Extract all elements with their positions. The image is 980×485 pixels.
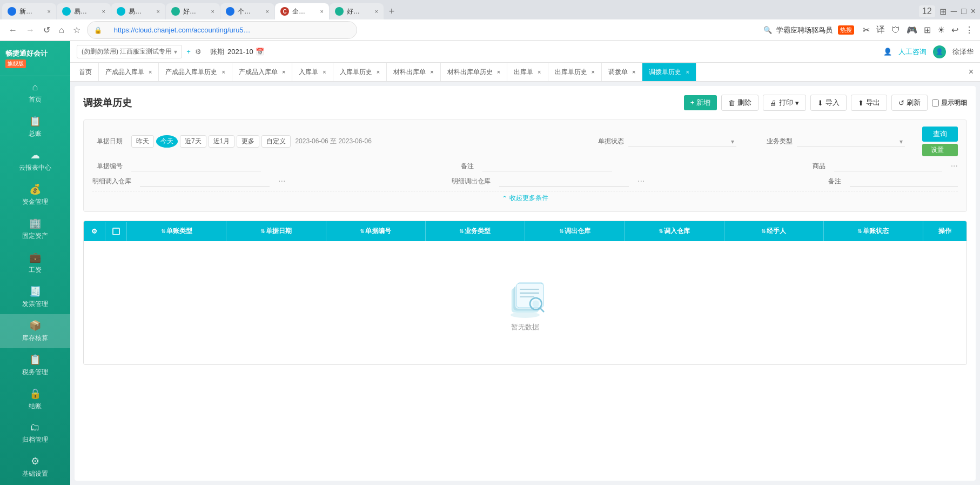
company-selector[interactable]: (勿删勿禁用) 江西服宝测试专用 ▾ [77, 45, 182, 58]
remark2-input[interactable] [850, 176, 958, 187]
tab-outbound[interactable]: 出库单 × [507, 63, 548, 81]
tab-close-product-inbound[interactable]: × [149, 69, 152, 75]
tab-inbound[interactable]: 入库单 × [292, 63, 333, 81]
tab-close-2[interactable]: × [102, 8, 105, 15]
yesterday-btn[interactable]: 昨天 [131, 135, 154, 148]
tab-close-product-inbound-hist[interactable]: × [221, 69, 225, 75]
sidebar-item-ledger[interactable]: 📋 总账 [0, 110, 70, 144]
th-doc-num[interactable]: ⇅ 单据编号 [326, 221, 426, 241]
shield-icon[interactable]: 🛡 [891, 25, 900, 35]
sidebar-item-invoice[interactable]: 🧾 发票管理 [0, 280, 70, 314]
tab-action-icon[interactable]: ⊞ [939, 6, 947, 17]
export-button[interactable]: ⬆ 导出 [851, 95, 887, 111]
custom-btn[interactable]: 自定义 [261, 135, 291, 148]
close-window-icon[interactable]: × [971, 6, 976, 16]
user-service[interactable]: 人工咨询 [898, 47, 927, 57]
detail-out-input[interactable] [499, 176, 629, 187]
browser-tab-3[interactable]: 易… × [111, 3, 165, 19]
goods-input[interactable] [834, 161, 942, 171]
browser-tab-5[interactable]: 个… × [220, 3, 274, 19]
tab-close-inbound[interactable]: × [323, 69, 326, 75]
sidebar-item-home[interactable]: ⌂ 首页 [0, 76, 70, 110]
browser-tab-7[interactable]: 好… × [330, 3, 384, 19]
sidebar-item-reports[interactable]: ☁ 云报表中心 [0, 144, 70, 178]
th-doc-type[interactable]: ⇅ 单账类型 [127, 221, 226, 241]
th-doc-date[interactable]: ⇅ 单据日期 [226, 221, 326, 241]
tab-inbound-hist[interactable]: 入库单历史 × [333, 63, 387, 81]
sidebar-item-settings[interactable]: ⚙ 基础设置 [0, 450, 70, 484]
tab-close-material-outbound-hist[interactable]: × [497, 69, 500, 75]
delete-button[interactable]: 🗑 删除 [721, 95, 759, 111]
sidebar-item-capital[interactable]: 💰 资金管理 [0, 178, 70, 212]
th-check[interactable] [105, 222, 127, 241]
th-doc-status[interactable]: ⇅ 单账状态 [824, 221, 923, 241]
reload-button[interactable]: ↺ [41, 23, 52, 37]
biz-type-select[interactable] [797, 136, 905, 147]
grid-icon[interactable]: ⊞ [924, 25, 931, 35]
page-close-button[interactable]: × [962, 63, 980, 81]
calendar-icon[interactable]: 📅 [256, 48, 264, 56]
back-button[interactable]: ← [6, 23, 19, 37]
sidebar-item-assets[interactable]: 🏢 固定资产 [0, 212, 70, 246]
tab-close-7[interactable]: × [375, 8, 378, 15]
th-out-warehouse[interactable]: ⇅ 调出仓库 [525, 221, 625, 241]
select-all-checkbox[interactable] [112, 228, 120, 235]
sidebar-item-tax[interactable]: 📋 税务管理 [0, 348, 70, 382]
last-month-btn[interactable]: 近1月 [209, 135, 235, 148]
tab-close-6[interactable]: × [320, 8, 324, 15]
minimize-icon[interactable]: ─ [951, 6, 957, 16]
tab-close-inbound-hist[interactable]: × [377, 69, 380, 75]
sidebar-item-archive[interactable]: 🗂 归档管理 [0, 416, 70, 450]
tab-close-4[interactable]: × [211, 8, 214, 15]
tab-close-transfer-hist[interactable]: × [686, 69, 689, 75]
browser-tab-2[interactable]: 易… × [57, 3, 111, 19]
sidebar-item-inventory[interactable]: 📦 库存核算 [0, 314, 70, 348]
tab-close-3[interactable]: × [157, 8, 160, 15]
tab-transfer-hist[interactable]: 调拨单历史 × [642, 63, 696, 81]
th-gear[interactable]: ⚙ [84, 222, 105, 241]
settings-header-icon[interactable]: ⚙ [195, 48, 202, 56]
import-button[interactable]: ⬇ 导入 [810, 95, 847, 111]
search-button[interactable]: 查询 [922, 127, 958, 142]
browser-tab-4[interactable]: 好… × [166, 3, 220, 19]
remark-input[interactable] [482, 161, 612, 171]
undo-icon[interactable]: ↩ [951, 25, 958, 35]
url-input[interactable] [105, 24, 350, 36]
home-button[interactable]: ⌂ [57, 23, 66, 37]
display-toggle[interactable]: 显示明细 [932, 98, 967, 108]
scissors-icon[interactable]: ✂ [863, 25, 870, 35]
tab-product-inbound-hist[interactable]: 产成品入库单历史 × [159, 63, 232, 81]
menu-icon[interactable]: ⋮ [965, 25, 974, 35]
sidebar-item-wages[interactable]: 💼 工资 [0, 246, 70, 280]
tab-close-outbound-hist[interactable]: × [592, 69, 595, 75]
tab-material-outbound-hist[interactable]: 材料出库单历史 × [441, 63, 507, 81]
more-btn[interactable]: 更多 [237, 135, 259, 148]
new-tab-button[interactable]: + [384, 3, 399, 19]
tab-home[interactable]: 首页 [72, 63, 99, 81]
tab-count[interactable]: 12 [919, 5, 935, 17]
sidebar-item-closing[interactable]: 🔒 结账 [0, 382, 70, 416]
browser-tab-6[interactable]: C 企… × [275, 3, 329, 19]
display-checkbox[interactable] [932, 99, 939, 107]
status-select[interactable] [628, 136, 736, 147]
print-button[interactable]: 🖨 打印 ▾ [763, 95, 806, 111]
last7-btn[interactable]: 近7天 [180, 135, 206, 148]
add-company-btn[interactable]: + [186, 48, 191, 56]
tab-close-outbound[interactable]: × [538, 69, 541, 75]
tab-material-outbound[interactable]: 材料出库单 × [387, 63, 440, 81]
th-handler[interactable]: ⇅ 经手人 [724, 221, 824, 241]
tab-product-inbound2[interactable]: 产成品入库单 × [232, 63, 292, 81]
detail-in-ellipsis[interactable]: ··· [278, 176, 285, 186]
tab-close-transfer[interactable]: × [632, 69, 635, 75]
th-biz-type[interactable]: ⇅ 业务类型 [426, 221, 525, 241]
bookmark-button[interactable]: ☆ [71, 23, 83, 37]
today-btn[interactable]: 今天 [156, 135, 178, 148]
doc-num-input[interactable] [131, 161, 261, 171]
collapse-button[interactable]: ⌃ 收起更多条件 [92, 191, 958, 205]
tab-outbound-hist[interactable]: 出库单历史 × [548, 63, 602, 81]
maximize-icon[interactable]: □ [961, 6, 966, 16]
tab-close-5[interactable]: × [266, 8, 269, 15]
refresh-button[interactable]: ↺ 刷新 [891, 95, 928, 111]
tab-close-1[interactable]: × [48, 8, 51, 15]
th-in-warehouse[interactable]: ⇅ 调入仓库 [625, 221, 724, 241]
